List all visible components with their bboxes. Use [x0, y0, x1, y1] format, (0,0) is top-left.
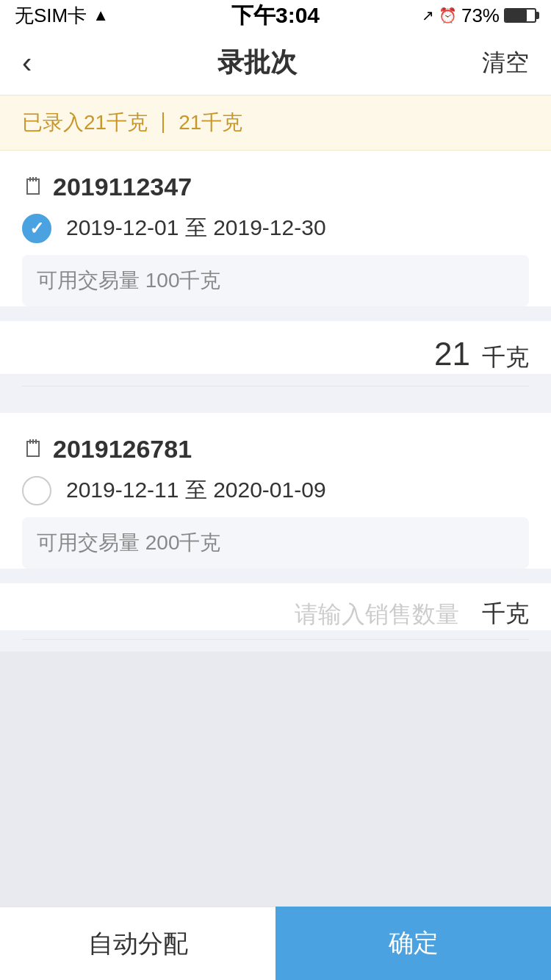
card1-date-range: 2019-12-01 至 2019-12-30	[66, 213, 326, 243]
confirm-label: 确定	[389, 926, 439, 960]
page-title: 录批次	[217, 45, 297, 81]
battery-icon	[504, 8, 536, 23]
status-left: 无SIM卡 ▲	[15, 3, 109, 29]
qty-input[interactable]	[176, 601, 470, 628]
nav-bar: ‹ 录批次 清空	[0, 31, 551, 96]
card2-header: 🗒 2019126781	[22, 435, 529, 464]
card1-row: 2019-12-01 至 2019-12-30	[22, 213, 529, 243]
card1-divider	[22, 386, 529, 386]
card2-radio[interactable]	[22, 476, 51, 505]
card2-icon: 🗒	[22, 436, 46, 463]
auto-distribute-label: 自动分配	[88, 927, 188, 961]
input-underline	[22, 639, 529, 640]
batch-card-2: 🗒 2019126781 2019-12-11 至 2020-01-09 可用交…	[0, 413, 551, 569]
sim-text: 无SIM卡	[15, 3, 87, 29]
info-label: 已录入21千克	[22, 109, 148, 137]
wifi-icon: ▲	[93, 6, 109, 25]
card1-amount-unit: 千克	[482, 342, 529, 374]
card1-avail: 可用交易量 100千克	[22, 255, 529, 306]
card2-row: 2019-12-11 至 2020-01-09	[22, 475, 529, 505]
auto-distribute-button[interactable]: 自动分配	[0, 907, 276, 980]
info-value: 21千克	[179, 109, 242, 137]
battery-percent: 73%	[461, 4, 500, 27]
card1-id: 2019112347	[53, 173, 192, 201]
card1-radio[interactable]	[22, 214, 51, 243]
alarm-icon: ⏰	[439, 7, 457, 24]
info-divider	[162, 112, 164, 133]
card2-avail: 可用交易量 200千克	[22, 517, 529, 569]
batch-card-1: 🗒 2019112347 2019-12-01 至 2019-12-30 可用交…	[0, 151, 551, 306]
status-time: 下午3:04	[231, 1, 320, 31]
battery-fill	[505, 10, 527, 21]
info-banner: 已录入21千克 21千克	[0, 96, 551, 151]
card2-id: 2019126781	[53, 435, 192, 464]
location-icon: ↗	[422, 7, 434, 24]
card1-amount-value: 21	[434, 336, 470, 372]
bottom-bar: 自动分配 确定	[0, 907, 551, 980]
confirm-button[interactable]: 确定	[276, 907, 551, 980]
card2-input-row: 千克	[0, 583, 551, 630]
card1-icon: 🗒	[22, 173, 46, 201]
back-button[interactable]: ‹	[22, 46, 32, 79]
status-bar: 无SIM卡 ▲ 下午3:04 ↗ ⏰ 73%	[0, 0, 551, 31]
card2-unit: 千克	[482, 598, 529, 630]
card-separator-1	[0, 398, 551, 413]
card1-amount-row: 21 千克	[0, 321, 551, 374]
card1-header: 🗒 2019112347	[22, 173, 529, 201]
clear-button[interactable]: 清空	[482, 47, 529, 79]
status-right: ↗ ⏰ 73%	[422, 4, 536, 27]
card2-date-range: 2019-12-11 至 2020-01-09	[66, 475, 326, 505]
